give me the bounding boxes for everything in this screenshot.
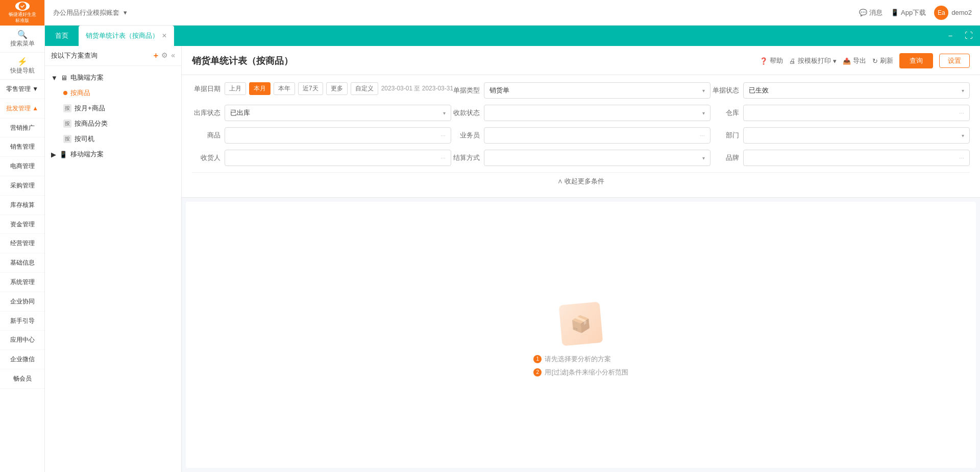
pc-group-title[interactable]: ▼ 🖥 电脑端方案 (45, 70, 181, 85)
mobile-group-label: 移动端方案 (70, 150, 104, 159)
type-input[interactable]: 销货单 ▾ (484, 82, 710, 99)
payment-input[interactable]: ▾ (484, 105, 710, 121)
top-header: 办公用品行业模拟账套 ▾ 💬 消息 📱 App下载 Ea demo2 (45, 0, 980, 26)
sidebar-item-appcenter[interactable]: 应用中心 (0, 331, 44, 350)
mobile-scheme-group[interactable]: ▶ 📱 移动端方案 (45, 147, 181, 162)
dept-input[interactable]: ▾ (743, 127, 970, 144)
tab-minimize-button[interactable]: － (943, 29, 958, 43)
page-title: 销货单统计表（按商品） (192, 55, 293, 73)
quicknav-label: 快捷导航 (3, 66, 41, 75)
workspace-dropdown-icon[interactable]: ▾ (124, 9, 127, 16)
filter-field-brand: 品牌 ··· (710, 150, 970, 166)
filter-field-payment: 收款状态 ▾ (451, 105, 710, 121)
date-btn-7days[interactable]: 近7天 (298, 82, 323, 95)
pc-group-label: 电脑端方案 (70, 73, 104, 82)
payment-method-label: 结算方式 (451, 153, 480, 162)
purchase-label: 采购管理 (10, 182, 35, 189)
tab-fullscreen-button[interactable]: ⛶ (962, 29, 976, 43)
filter-row-1: 单据日期 上月 本月 本年 近7天 更多 自定义 2023-03-01 至 20… (192, 82, 970, 99)
basic-label: 基础信息 (10, 259, 35, 266)
message-button[interactable]: 💬 消息 (859, 8, 883, 17)
active-bullet (63, 91, 67, 95)
sidebar-item-wechat[interactable]: 企业微信 (0, 350, 44, 369)
sidebar-item-inventory[interactable]: 库存核算 (0, 196, 44, 215)
goods-more-icon: ··· (440, 132, 446, 139)
tab-home[interactable]: 首页 (45, 26, 79, 46)
wholesale-label: 批发管理 (6, 105, 31, 112)
collapse-panel-button[interactable]: « (171, 51, 175, 60)
empty-state: 1 请先选择要分析的方案 2 用[过滤]条件来缩小分析范围 (186, 202, 976, 468)
left-panel-actions: + ⚙ « (154, 51, 175, 60)
refresh-button[interactable]: ↻ 刷新 (872, 56, 893, 65)
collapse-filter-bar[interactable]: ∧ 收起更多条件 (192, 172, 970, 190)
search-menu[interactable]: 🔍 搜索菜单 (0, 26, 44, 53)
mobile-arrow-icon: ▶ (51, 151, 56, 158)
sidebar-item-member[interactable]: 畅会员 (0, 369, 44, 389)
user-info[interactable]: Ea demo2 (934, 6, 972, 20)
sidebar-item-enterprise[interactable]: 企业协同 (0, 292, 44, 312)
help-button[interactable]: ❓ 帮助 (760, 56, 783, 65)
sidebar-item-retail[interactable]: 零售管理 ▼ (0, 80, 44, 99)
member-label: 畅会员 (13, 375, 32, 382)
filter-field-staff: 业务员 ··· (451, 127, 710, 144)
date-btn-more[interactable]: 更多 (326, 82, 348, 95)
payment-method-input[interactable]: ▾ (484, 150, 710, 166)
marketing-label: 营销推广 (10, 124, 35, 131)
quick-nav[interactable]: ⚡ 快捷导航 (0, 53, 44, 80)
sales-label: 销售管理 (10, 143, 35, 150)
scheme-item-by-goods[interactable]: 按商品 (57, 85, 181, 101)
date-range-text: 2023-03-01 至 2023-03-31 (381, 84, 453, 93)
sidebar-item-basic[interactable]: 基础信息 (0, 253, 44, 273)
refresh-label: 刷新 (880, 56, 893, 65)
brand-input[interactable]: ··· (743, 150, 970, 166)
app-logo: 畅捷通好生意 标准版 (0, 0, 44, 26)
warehouse-label: 仓库 (710, 108, 739, 117)
scheme-item-by-month-goods[interactable]: 按 按月+商品 (57, 101, 181, 116)
status-input[interactable]: 已生效 ▾ (743, 82, 970, 99)
type-label: 单据类型 (451, 86, 480, 95)
export-button[interactable]: 📤 导出 (843, 56, 866, 65)
sidebar-item-wholesale[interactable]: 批发管理 ▲ (0, 99, 44, 119)
settings-button[interactable]: 设置 (939, 54, 970, 68)
date-btn-this-month[interactable]: 本月 (249, 82, 271, 95)
retail-label: 零售管理 (6, 85, 31, 92)
date-btn-custom[interactable]: 自定义 (351, 82, 378, 95)
query-button[interactable]: 查询 (899, 53, 933, 68)
sidebar-item-system[interactable]: 系统管理 (0, 273, 44, 292)
warehouse-more-icon: ··· (959, 109, 964, 116)
scheme-item-by-category[interactable]: 按 按商品分类 (57, 116, 181, 131)
goods-input[interactable]: ··· (225, 127, 451, 144)
stock-value: 已出库 (230, 108, 250, 117)
date-btn-last-month[interactable]: 上月 (225, 82, 246, 95)
sidebar-item-marketing[interactable]: 营销推广 (0, 119, 44, 138)
tab-active[interactable]: 销货单统计表（按商品） ✕ (79, 26, 174, 46)
wechat-label: 企业微信 (10, 356, 35, 363)
pc-scheme-group: ▼ 🖥 电脑端方案 按商品 按 按月+商品 (45, 70, 181, 147)
date-btn-this-year[interactable]: 本年 (274, 82, 295, 95)
print-icon: 🖨 (789, 57, 796, 65)
empty-hint-1: 1 请先选择要分析的方案 (533, 355, 628, 364)
app-download-button[interactable]: 📱 App下载 (891, 8, 926, 17)
staff-input[interactable]: ··· (484, 127, 710, 144)
sidebar-item-purchase[interactable]: 采购管理 (0, 176, 44, 196)
add-scheme-button[interactable]: + (154, 51, 158, 60)
scheme-item-by-driver[interactable]: 按 按司机 (57, 131, 181, 147)
sidebar-item-sales[interactable]: 销售管理 (0, 137, 44, 157)
workspace-label: 办公用品行业模拟账套 (53, 8, 119, 17)
scheme-icon-month: 按 (63, 104, 71, 112)
tab-close-icon[interactable]: ✕ (162, 32, 167, 39)
sidebar-item-ecommerce[interactable]: 电商管理 (0, 157, 44, 176)
receiver-more-icon: ··· (440, 154, 446, 161)
stock-input[interactable]: 已出库 ▾ (225, 105, 451, 121)
sidebar-item-operations[interactable]: 经营管理 (0, 234, 44, 253)
sidebar-item-newuser[interactable]: 新手引导 (0, 312, 44, 331)
sidebar-item-finance[interactable]: 资金管理 (0, 215, 44, 234)
help-icon: ❓ (760, 57, 768, 65)
app-download-label: App下载 (901, 8, 926, 17)
receiver-input[interactable]: ··· (225, 150, 451, 166)
print-button[interactable]: 🖨 按模板打印 ▾ (789, 56, 837, 65)
warehouse-input[interactable]: ··· (743, 105, 970, 121)
status-dropdown-icon: ▾ (962, 88, 964, 93)
filter-field-receiver: 收货人 ··· (192, 150, 451, 166)
settings-scheme-button[interactable]: ⚙ (161, 51, 168, 60)
